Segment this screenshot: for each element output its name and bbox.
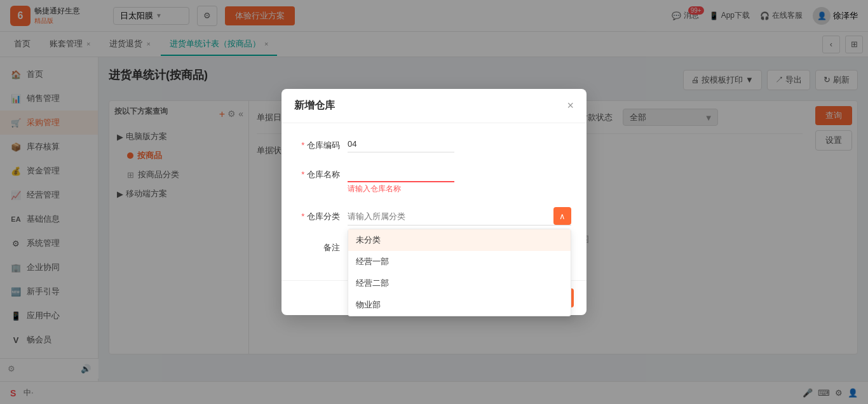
modal-body: * 仓库编码 * 仓库名称 请输入仓库名称 bbox=[281, 123, 587, 280]
modal-title: 新增仓库 bbox=[294, 99, 335, 112]
name-label: * 仓库名称 bbox=[297, 165, 348, 180]
category-option-0[interactable]: 未分类 bbox=[348, 229, 571, 251]
modal-overlay[interactable]: 新增仓库 × * 仓库编码 * 仓库名称 bbox=[0, 0, 868, 404]
category-input[interactable] bbox=[348, 208, 553, 224]
category-option-1[interactable]: 经营一部 bbox=[348, 251, 571, 273]
code-field: * 仓库编码 bbox=[297, 136, 571, 152]
code-label: * 仓库编码 bbox=[297, 136, 348, 151]
name-input-wrapper: 请输入仓库名称 bbox=[348, 165, 571, 194]
new-warehouse-modal: 新增仓库 × * 仓库编码 * 仓库名称 bbox=[281, 89, 587, 315]
name-field: * 仓库名称 请输入仓库名称 bbox=[297, 165, 571, 194]
required-star-cat: * bbox=[301, 212, 304, 221]
category-dropdown: 未分类 经营一部 经营二部 物业部 bbox=[348, 229, 571, 316]
name-input[interactable] bbox=[348, 165, 454, 182]
code-input-wrapper bbox=[348, 136, 571, 152]
required-star-name: * bbox=[301, 170, 304, 179]
category-toggle-button[interactable]: ∧ bbox=[553, 207, 571, 225]
chevron-up-icon: ∧ bbox=[559, 212, 566, 221]
required-star-code: * bbox=[301, 140, 304, 150]
category-input-wrapper: ∧ 未分类 经营一部 经营二部 物业部 bbox=[348, 207, 571, 226]
category-option-2[interactable]: 经营二部 bbox=[348, 273, 571, 294]
category-option-3[interactable]: 物业部 bbox=[348, 294, 571, 316]
category-input-row: ∧ bbox=[348, 207, 571, 226]
code-input[interactable] bbox=[348, 136, 454, 152]
name-error-msg: 请输入仓库名称 bbox=[348, 184, 571, 194]
category-field: * 仓库分类 ∧ 未分类 经营一部 经营二部 物业部 bbox=[297, 207, 571, 226]
modal-header: 新增仓库 × bbox=[281, 89, 587, 123]
remark-label: 备注 bbox=[297, 238, 348, 253]
category-label: * 仓库分类 bbox=[297, 207, 348, 222]
modal-close-button[interactable]: × bbox=[567, 99, 574, 112]
